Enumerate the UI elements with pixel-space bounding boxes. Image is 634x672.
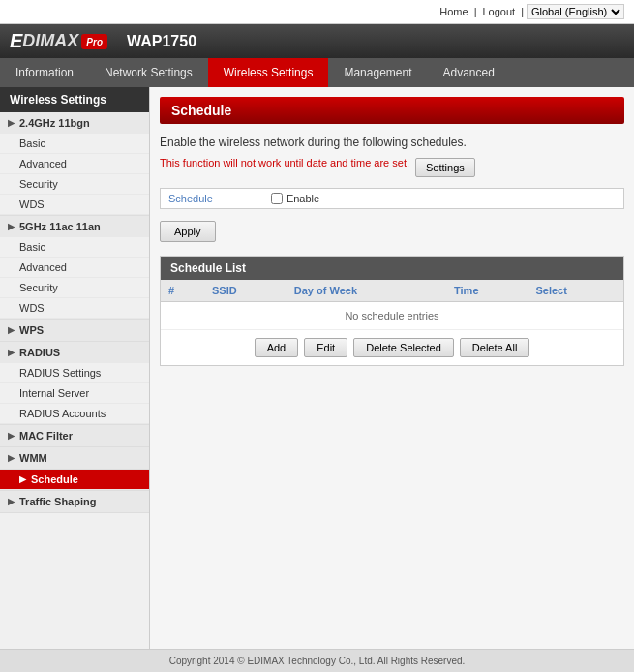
arrow-icon: ▶ [8,118,15,128]
sidebar-parent-label-schedule: Schedule [31,473,78,485]
sidebar-parent-label-wps: WPS [19,324,44,336]
sidebar-parent-5ghz[interactable]: ▶ 5GHz 11ac 11an [0,216,149,237]
logo-pro-box: Pro [81,34,107,49]
col-header-day: Day of Week [287,280,446,302]
add-button[interactable]: Add [255,338,299,357]
edit-button[interactable]: Edit [304,338,347,357]
product-name: WAP1750 [127,33,196,50]
sidebar-section-mac-filter: ▶ MAC Filter [0,425,149,447]
schedule-list: Schedule List # SSID Day of Week Time Se… [160,256,624,366]
col-header-num: # [161,280,204,302]
settings-row: This function will not work until date a… [160,157,624,178]
sidebar-parent-schedule[interactable]: ▶ Schedule [0,470,149,490]
col-header-select: Select [528,280,623,302]
no-entries-text: No schedule entries [161,302,623,330]
table-buttons: Add Edit Delete Selected Delete All [161,329,623,365]
logo-dimax: DIMAX [22,31,78,51]
nav-advanced[interactable]: Advanced [427,58,509,87]
schedule-table: # SSID Day of Week Time Select No schedu… [161,280,623,329]
footer: Copyright 2014 © EDIMAX Technology Co., … [0,649,634,672]
sidebar-item-advanced-24[interactable]: Advanced [0,154,149,174]
sidebar-item-security-24[interactable]: Security [0,174,149,195]
col-header-time: Time [446,280,528,302]
arrow-icon-wps: ▶ [8,325,15,335]
schedule-list-title: Schedule List [161,257,623,280]
sidebar-item-basic-24[interactable]: Basic [0,134,149,154]
sidebar-parent-wps[interactable]: ▶ WPS [0,320,149,341]
apply-button[interactable]: Apply [160,221,216,242]
nav-wireless-settings[interactable]: Wireless Settings [208,58,329,87]
nav-network-settings[interactable]: Network Settings [89,58,208,87]
sidebar-parent-label-wmm: WMM [19,452,47,464]
sidebar-section-traffic: ▶ Traffic Shaping [0,491,149,513]
sidebar-item-radius-accounts[interactable]: RADIUS Accounts [0,404,149,424]
arrow-icon-radius: ▶ [8,348,15,357]
delete-selected-button[interactable]: Delete Selected [353,338,454,357]
settings-button[interactable]: Settings [415,158,475,177]
schedule-row: Schedule Enable [160,188,624,209]
sidebar-title: Wireless Settings [0,87,149,112]
sidebar-item-security-5[interactable]: Security [0,278,149,298]
content-area: Schedule Enable the wireless network dur… [150,87,634,649]
sidebar-parent-mac-filter[interactable]: ▶ MAC Filter [0,425,149,446]
sidebar-section-5ghz: ▶ 5GHz 11ac 11an Basic Advanced Security… [0,216,149,320]
sidebar-section-wmm: ▶ WMM [0,447,149,470]
sidebar-parent-traffic[interactable]: ▶ Traffic Shaping [0,491,149,512]
table-row-empty: No schedule entries [161,302,623,330]
sidebar-section-wps: ▶ WPS [0,320,149,342]
sidebar-item-wds-5[interactable]: WDS [0,298,149,319]
nav-management[interactable]: Management [328,58,427,87]
footer-text: Copyright 2014 © EDIMAX Technology Co., … [169,656,466,666]
sidebar-parent-label-radius: RADIUS [19,347,60,358]
table-header-row: # SSID Day of Week Time Select [161,280,623,302]
info-text: Enable the wireless network during the f… [160,136,624,149]
sidebar-item-wds-24[interactable]: WDS [0,195,149,215]
top-bar: Home | Logout | Global (English) [0,0,634,24]
logo-e: E [10,30,22,52]
arrow-icon-mac: ▶ [8,431,15,441]
sidebar-parent-label-mac: MAC Filter [19,430,73,442]
sidebar-parent-radius[interactable]: ▶ RADIUS [0,342,149,363]
edimax-logo: E DIMAX Pro [10,30,107,52]
delete-all-button[interactable]: Delete All [460,338,529,357]
content-title: Schedule [160,97,624,124]
arrow-icon-traffic: ▶ [8,497,15,506]
logo-pro: Pro [86,37,103,47]
sep1: | [474,6,477,17]
sep2: | [521,6,524,17]
enable-checkbox[interactable] [271,193,283,204]
sidebar-item-internal-server[interactable]: Internal Server [0,383,149,404]
sidebar-parent-label-5ghz: 5GHz 11ac 11an [19,221,101,232]
sidebar-section-2-4ghz: ▶ 2.4GHz 11bgn Basic Advanced Security W… [0,112,149,216]
main-layout: Wireless Settings ▶ 2.4GHz 11bgn Basic A… [0,87,634,649]
sidebar-item-advanced-5[interactable]: Advanced [0,258,149,278]
col-header-ssid: SSID [204,280,287,302]
arrow-icon-5ghz: ▶ [8,222,15,231]
sidebar-parent-label-traffic: Traffic Shaping [19,496,96,507]
main-nav: Information Network Settings Wireless Se… [0,58,634,87]
sidebar-parent-2-4ghz[interactable]: ▶ 2.4GHz 11bgn [0,112,149,134]
logout-link[interactable]: Logout [482,6,515,17]
nav-information[interactable]: Information [0,58,89,87]
sidebar-section-schedule: ▶ Schedule [0,470,149,491]
arrow-icon-wmm: ▶ [8,453,15,463]
warning-text: This function will not work until date a… [160,157,409,168]
header: E DIMAX Pro WAP1750 [0,24,634,58]
home-link[interactable]: Home [439,6,468,17]
arrow-icon-schedule: ▶ [19,474,26,484]
sidebar-section-radius: ▶ RADIUS RADIUS Settings Internal Server… [0,342,149,425]
sidebar-item-radius-settings[interactable]: RADIUS Settings [0,363,149,383]
sidebar-parent-label-2-4ghz: 2.4GHz 11bgn [19,117,90,129]
sidebar-parent-wmm[interactable]: ▶ WMM [0,447,149,469]
sidebar-item-basic-5[interactable]: Basic [0,237,149,258]
logo-container: E DIMAX Pro WAP1750 [10,30,196,52]
sidebar: Wireless Settings ▶ 2.4GHz 11bgn Basic A… [0,87,150,649]
enable-label: Enable [287,193,319,204]
language-select[interactable]: Global (English) [527,4,624,19]
schedule-field-label: Schedule [168,193,213,204]
